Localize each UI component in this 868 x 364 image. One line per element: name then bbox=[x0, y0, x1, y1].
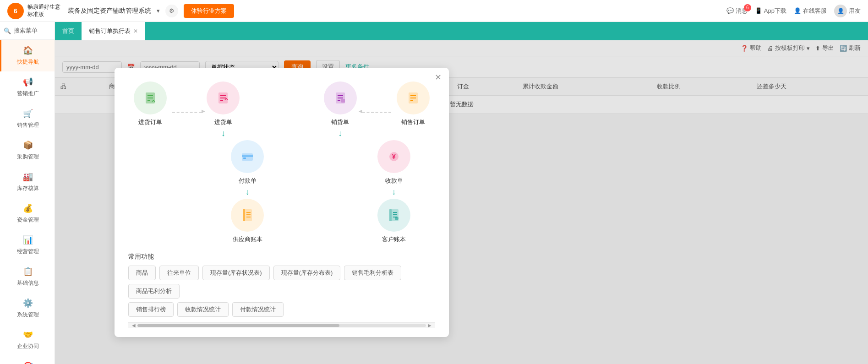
scroll-right-arrow[interactable]: ▶ bbox=[428, 323, 431, 328]
tab-close-icon[interactable]: ✕ bbox=[133, 28, 138, 34]
scroll-track[interactable] bbox=[137, 324, 426, 327]
system-dropdown[interactable]: ▾ bbox=[157, 7, 160, 14]
svg-rect-12 bbox=[341, 99, 345, 103]
spacer2 bbox=[172, 126, 202, 140]
inventory-icon: 🏭 bbox=[23, 172, 33, 182]
flow-node-purchase-bill[interactable]: 进货单 bbox=[202, 81, 246, 126]
spacer5 bbox=[391, 126, 435, 140]
flow-diagram: 进货订单 bbox=[128, 81, 435, 244]
spacer1 bbox=[128, 126, 172, 140]
finance-icon: 💰 bbox=[23, 203, 33, 213]
flow-node-sales-bill[interactable]: 销货单 bbox=[318, 81, 362, 126]
tab-home[interactable]: 首页 bbox=[55, 22, 82, 40]
app-download-button[interactable]: 📱 App下载 bbox=[755, 7, 786, 15]
sales-icon: 🛒 bbox=[23, 109, 33, 119]
cf-btn-sales-rank[interactable]: 销售排行榜 bbox=[128, 302, 174, 317]
spacer3 bbox=[245, 126, 318, 140]
cf-btn-goods[interactable]: 商品 bbox=[128, 266, 156, 280]
sidebar-item-operation[interactable]: 📊 经营管理 bbox=[0, 229, 55, 261]
sidebar-item-basic[interactable]: 📋 基础信息 bbox=[0, 261, 55, 293]
spacer4 bbox=[362, 126, 392, 140]
modal-close-button[interactable]: ✕ bbox=[435, 73, 442, 81]
flow-node-purchase-order[interactable]: 进货订单 bbox=[128, 81, 172, 126]
message-icon: 💬 bbox=[726, 7, 734, 14]
content-area: 首页 销售订单执行表 ✕ ❓ 帮助 🖨 按模板打印 bbox=[55, 22, 868, 364]
cf-btn-payment-stat[interactable]: 付款情况统计 bbox=[232, 302, 284, 317]
arrow-sales-order-to-bill bbox=[362, 112, 392, 113]
cf-btn-stock-dist[interactable]: 现存量(库存分布表) bbox=[273, 266, 341, 280]
flow-node-supplier-ledger[interactable]: 供应商账本 bbox=[220, 199, 275, 244]
sidebar-item-system[interactable]: ⚙️ 系统管理 bbox=[0, 293, 55, 324]
scroll-left-arrow[interactable]: ◀ bbox=[132, 323, 136, 328]
cf-btn-contacts[interactable]: 往来单位 bbox=[159, 266, 199, 280]
message-badge: 6 bbox=[744, 4, 751, 11]
payment-bill-icon bbox=[231, 140, 264, 173]
svg-rect-23 bbox=[243, 209, 245, 221]
page-content: ❓ 帮助 🖨 按模板打印 ▾ ⬆ 导出 🔄 刷新 bbox=[55, 40, 868, 364]
home-icon: 🏠 bbox=[23, 45, 33, 55]
svg-rect-28 bbox=[389, 209, 392, 221]
marketing-icon: 📢 bbox=[23, 77, 33, 87]
svg-point-32 bbox=[395, 217, 399, 220]
common-functions-title: 常用功能 bbox=[128, 253, 435, 261]
r2-s2 bbox=[275, 185, 366, 199]
svg-text:¥: ¥ bbox=[392, 153, 396, 160]
cf-btn-sales-margin[interactable]: 销售毛利分析表 bbox=[344, 266, 401, 280]
supplier-ledger-icon bbox=[231, 199, 264, 232]
purchase-order-icon bbox=[134, 81, 167, 114]
sidebar-item-finance[interactable]: 💰 资金管理 bbox=[0, 198, 55, 229]
svg-rect-18 bbox=[242, 155, 253, 157]
flow-node-payment-bill[interactable]: 付款单 bbox=[220, 140, 275, 185]
receipt-bill-icon: ¥ bbox=[377, 140, 410, 173]
logo-icon: 6 bbox=[7, 3, 24, 19]
sidebar-item-purchase[interactable]: 📦 采购管理 bbox=[0, 135, 55, 166]
search-menu[interactable]: 🔍 搜索菜单 bbox=[0, 22, 55, 40]
sidebar-item-marketing[interactable]: 📢 营销推广 bbox=[0, 71, 55, 103]
user-avatar: 👤 bbox=[834, 5, 847, 17]
tab-sales-order[interactable]: 销售订单执行表 ✕ bbox=[82, 22, 145, 40]
search-icon: 🔍 bbox=[4, 27, 11, 34]
sidebar-item-guide[interactable]: 🎯 新手引导 bbox=[0, 356, 55, 364]
sidebar-item-sales[interactable]: 🛒 销售管理 bbox=[0, 103, 55, 135]
sidebar-item-inventory[interactable]: 🏭 库存核算 bbox=[0, 166, 55, 198]
down-arrow-receipt: ↓ bbox=[366, 185, 421, 199]
message-button[interactable]: 💬 消息 6 bbox=[726, 7, 748, 15]
system-icon: ⚙️ bbox=[23, 298, 33, 308]
service-icon: 👤 bbox=[794, 7, 801, 14]
guide-icon: 🎯 bbox=[23, 361, 33, 364]
tab-bar: 首页 销售订单执行表 ✕ bbox=[55, 22, 868, 40]
sidebar-item-enterprise[interactable]: 🤝 企业协同 bbox=[0, 324, 55, 356]
modal-overlay: ✕ bbox=[55, 40, 868, 364]
sidebar: 🔍 搜索菜单 🏠 快捷导航 📢 营销推广 🛒 销售管理 📦 采购管理 🏭 bbox=[0, 22, 55, 364]
common-functions: 常用功能 商品 往来单位 现存量(库存状况表) 现存量(库存分布表) 销售毛利分… bbox=[128, 253, 435, 317]
sidebar-item-quick-nav[interactable]: 🏠 快捷导航 bbox=[0, 40, 55, 71]
brand-text: 畅康通好生意 标准版 bbox=[27, 4, 60, 18]
main-body: 🔍 搜索菜单 🏠 快捷导航 📢 营销推广 🛒 销售管理 📦 采购管理 🏭 bbox=[0, 22, 868, 364]
flow-node-sales-order[interactable]: 销售订单 bbox=[391, 81, 435, 126]
flow-node-customer-ledger[interactable]: 客户账本 bbox=[366, 199, 421, 244]
purchase-icon: 📦 bbox=[23, 140, 33, 150]
experience-button[interactable]: 体验行业方案 bbox=[184, 4, 234, 18]
arrow-purchase-order-to-bill bbox=[172, 112, 202, 113]
modal-box: ✕ bbox=[115, 68, 449, 337]
scroll-bar: ◀ ▶ bbox=[128, 322, 435, 328]
cf-btn-stock-status[interactable]: 现存量(库存状况表) bbox=[202, 266, 270, 280]
common-function-buttons: 商品 往来单位 现存量(库存状况表) 现存量(库存分布表) 销售毛利分析表 商品… bbox=[128, 266, 435, 299]
cf-btn-goods-margin[interactable]: 商品毛利分析 bbox=[128, 284, 180, 299]
system-name: 装备及固定资产辅助管理系统 bbox=[68, 7, 151, 15]
sales-order-icon bbox=[397, 81, 430, 114]
scroll-thumb bbox=[137, 324, 339, 327]
sales-bill-icon bbox=[324, 81, 357, 114]
svg-rect-19 bbox=[243, 158, 246, 159]
settings-button[interactable]: ⚙ bbox=[165, 5, 178, 17]
flow-node-receipt-bill[interactable]: ¥ 收款单 bbox=[366, 140, 421, 185]
cf-btn-receipt-stat[interactable]: 收款情况统计 bbox=[177, 302, 229, 317]
customer-ledger-icon bbox=[377, 199, 410, 232]
logo-area: 6 畅康通好生意 标准版 bbox=[7, 3, 62, 19]
top-header: 6 畅康通好生意 标准版 装备及固定资产辅助管理系统 ▾ ⚙ 体验行业方案 💬 … bbox=[0, 0, 868, 22]
r2-s1 bbox=[128, 185, 220, 199]
down-arrow-purchase: ↓ bbox=[202, 126, 246, 140]
operation-icon: 📊 bbox=[23, 235, 33, 245]
online-service-button[interactable]: 👤 在线客服 bbox=[794, 7, 827, 15]
user-menu[interactable]: 👤 用友 bbox=[834, 5, 861, 17]
